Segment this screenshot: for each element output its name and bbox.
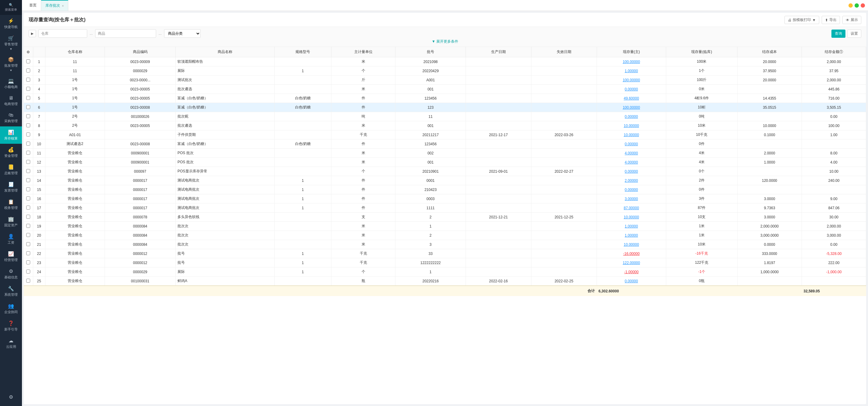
row-checkbox[interactable] [24, 130, 33, 139]
row-qty-main[interactable]: -1.00000 [597, 267, 666, 276]
sidebar-item-cloud[interactable]: ☁ 云应用 [0, 335, 22, 352]
category-select[interactable]: 商品分类 [164, 29, 200, 38]
row-qty-main[interactable]: 10.00000 [597, 212, 666, 222]
content-card: 现存量查询(按仓库＋批次) 🖨 按模板打印 ▼ ⬆ 导出 👁 展示 [24, 13, 866, 404]
row-checkbox[interactable] [24, 267, 33, 276]
row-checkbox[interactable] [24, 66, 33, 75]
search-btn[interactable]: 查询 [831, 30, 845, 38]
row-checkbox[interactable] [24, 194, 33, 203]
row-checkbox[interactable] [24, 103, 33, 112]
row-qty-main[interactable]: 10.00000 [597, 240, 666, 249]
row-qty-main[interactable]: 0.00000 [597, 276, 666, 286]
row-qty-main[interactable]: 100.00000 [597, 103, 666, 112]
nav-btn[interactable]: ► [29, 30, 36, 37]
row-checkbox[interactable] [24, 176, 33, 185]
row-qty-main[interactable]: 2.00000 [597, 176, 666, 185]
sidebar-item-asset[interactable]: 💰 资金管理 [0, 144, 22, 161]
sidebar-item-system[interactable]: 🔧 系统管理 [0, 283, 22, 300]
row-no: 24 [33, 267, 45, 276]
sidebar-item-collab[interactable]: 👥 企业协同 [0, 300, 22, 317]
tab-home[interactable]: 首页 [25, 0, 41, 11]
row-checkbox[interactable] [24, 212, 33, 222]
sidebar-item-fixed[interactable]: 🏢 固定资产 [0, 213, 22, 231]
row-qty-main[interactable]: 4.00000 [597, 149, 666, 158]
window-close-btn[interactable] [861, 3, 865, 8]
row-checkbox[interactable] [24, 249, 33, 258]
table-container[interactable]: ⚙ 仓库名称 商品编码 商品名称 规格型号 主计量单位 批号 生产日期 失效日期… [24, 47, 866, 404]
sidebar-item-tax[interactable]: 📋 税务管理 [0, 196, 22, 213]
row-checkbox[interactable] [24, 158, 33, 167]
row-qty-main[interactable]: 0.00000 [597, 85, 666, 94]
sidebar-item-guide[interactable]: ❓ 新手引导 [0, 317, 22, 335]
row-checkbox[interactable] [24, 222, 33, 231]
row-qty-main[interactable]: 49.60000 [597, 94, 666, 103]
print-btn[interactable]: 🖨 按模板打印 ▼ [784, 16, 819, 24]
sidebar-item-quick-nav[interactable]: ⚡ 快捷导航 [0, 15, 22, 32]
window-maximize-btn[interactable] [855, 3, 859, 8]
row-qty-main[interactable]: 1.00000 [597, 222, 666, 231]
row-checkbox[interactable] [24, 139, 33, 149]
row-checkbox[interactable] [24, 185, 33, 194]
col-settings[interactable]: ⚙ [24, 47, 33, 57]
expand-conditions-btn[interactable]: ▼ 展开更多条件 [432, 39, 458, 44]
row-checkbox[interactable] [24, 258, 33, 267]
row-checkbox[interactable] [24, 167, 33, 176]
row-qty-main[interactable]: 87.00000 [597, 203, 666, 212]
sidebar-item-ecom[interactable]: 🖥 电商管理 [0, 92, 22, 109]
row-checkbox[interactable] [24, 149, 33, 158]
row-qty-main[interactable]: 1.00000 [597, 66, 666, 75]
row-qty-main[interactable]: 10.00000 [597, 121, 666, 130]
sidebar-item-general[interactable]: 📒 总账管理 [0, 161, 22, 178]
sidebar-search[interactable]: 🔍 搜索菜单 [0, 0, 22, 15]
row-qty-main[interactable]: 100.00000 [597, 75, 666, 85]
row-qty-main[interactable]: 0.00000 [597, 112, 666, 121]
toggle-btn[interactable]: 👁 展示 [842, 16, 861, 24]
row-qty-main[interactable]: 122.00000 [597, 258, 666, 267]
row-code: 0023-0000... [105, 75, 176, 85]
row-prod-date [466, 57, 531, 66]
row-checkbox[interactable] [24, 94, 33, 103]
sidebar-item-base[interactable]: ⚙ 基础信息 [0, 265, 22, 283]
row-checkbox[interactable] [24, 121, 33, 130]
tab-close-btn[interactable]: × [62, 4, 64, 8]
window-minimize-btn[interactable] [848, 3, 853, 8]
row-checkbox[interactable] [24, 240, 33, 249]
settings-btn[interactable]: 设置 [847, 30, 861, 38]
row-qty-temp: 2件 [666, 176, 738, 185]
sidebar-item-inventory[interactable]: 📊 库存核算 [0, 126, 22, 144]
row-qty-main[interactable]: 0.00000 [597, 185, 666, 194]
row-checkbox[interactable] [24, 85, 33, 94]
sidebar-item-purchase[interactable]: 🛍 采购管理 [0, 109, 22, 126]
sidebar-item-retail[interactable]: 🛒 零售管理 ▼ [0, 32, 22, 54]
sidebar-settings[interactable]: ⚙ [9, 391, 13, 403]
row-code: 000097 [105, 167, 176, 176]
row-qty-main[interactable]: 0.00000 [597, 139, 666, 149]
row-name: 测试电商批次 [176, 185, 275, 194]
row-unit: 支 [331, 212, 396, 222]
row-qty-main[interactable]: 10.00000 [597, 130, 666, 139]
sidebar-item-invoice[interactable]: 🧾 发票管理 [0, 178, 22, 196]
sidebar-item-hr[interactable]: 👤 工资 [0, 231, 22, 248]
row-code: 0023-00009 [105, 57, 176, 66]
row-checkbox[interactable] [24, 112, 33, 121]
export-btn[interactable]: ⬆ 导出 [822, 16, 840, 24]
sidebar-item-ops[interactable]: 📈 经营管理 [0, 248, 22, 265]
row-checkbox[interactable] [24, 203, 33, 212]
row-checkbox[interactable] [24, 231, 33, 240]
row-qty-main[interactable]: 4.00000 [597, 158, 666, 167]
row-checkbox[interactable] [24, 75, 33, 85]
row-qty-main[interactable]: 3.00000 [597, 194, 666, 203]
warehouse-input[interactable] [38, 29, 87, 38]
goods-input[interactable] [95, 29, 156, 38]
tab-inventory-batch[interactable]: 库存批次 × [41, 0, 68, 11]
sidebar-item-wholesale[interactable]: 📦 批发管理 ▼ [0, 54, 22, 75]
row-checkbox[interactable] [24, 276, 33, 286]
sidebar-item-small-ecom[interactable]: 💻 小额电商 [0, 75, 22, 92]
row-qty-main[interactable]: 1.00000 [597, 231, 666, 240]
row-qty-main[interactable]: -16.00000 [597, 249, 666, 258]
row-warehouse: 营业粮仓 [45, 249, 105, 258]
row-checkbox[interactable] [24, 57, 33, 66]
row-qty-main[interactable]: 100.00000 [597, 57, 666, 66]
row-code: 0023-00005 [105, 94, 176, 103]
row-qty-main[interactable]: 0.00000 [597, 167, 666, 176]
